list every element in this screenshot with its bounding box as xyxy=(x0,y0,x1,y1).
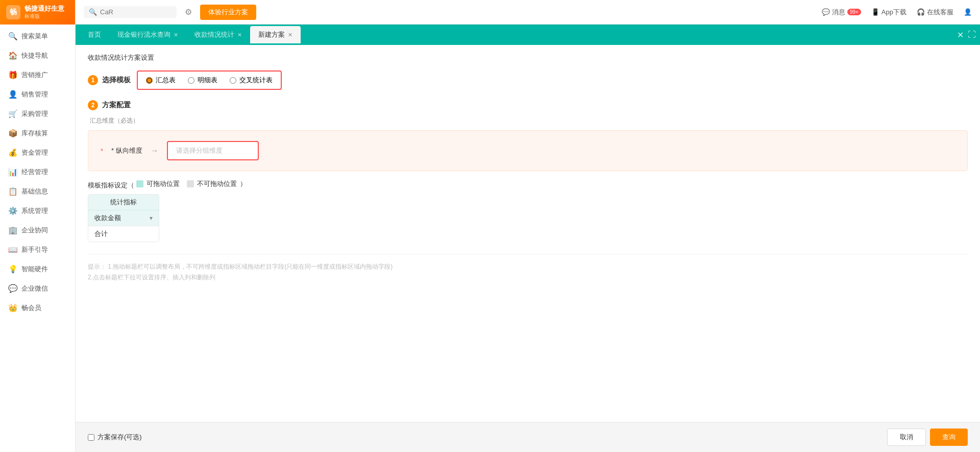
step2-number: 2 xyxy=(88,100,98,110)
template-cross-radio[interactable] xyxy=(230,77,236,84)
dimension-placeholder: 请选择分组维度 xyxy=(176,147,223,154)
dimension-row: * * 纵向维度 → 请选择分组维度 xyxy=(101,141,955,160)
corp-collab-icon: 🏢 xyxy=(8,226,17,235)
sidebar-item-corp-collab[interactable]: 🏢 企业协同 xyxy=(0,221,75,240)
template-detail-label: 明细表 xyxy=(198,76,217,85)
basic-info-label: 基础信息 xyxy=(21,187,48,196)
user-icon: 👤 xyxy=(964,8,972,16)
tip-1: 提示： 1.拖动标题栏可以调整布局，不可跨维度或指标区域拖动栏目字段(只能在同一… xyxy=(88,263,968,271)
user-avatar[interactable]: 👤 xyxy=(964,8,972,16)
settings-icon[interactable]: ⚙ xyxy=(185,7,192,17)
tab-bank-flow-label: 现金银行流水查询 xyxy=(117,30,170,39)
search-menu-icon: 🔍 xyxy=(8,32,17,41)
template-summary-radio[interactable] xyxy=(146,77,153,84)
step2-title: 方案配置 xyxy=(102,101,131,110)
sidebar-item-member[interactable]: 👑 畅会员 xyxy=(0,298,75,318)
expand-window-icon[interactable]: ⛶ xyxy=(968,30,976,40)
tab-payment-stats-label: 收款情况统计 xyxy=(194,30,234,39)
quick-nav-label: 快捷导航 xyxy=(21,51,48,60)
tab-home-label: 首页 xyxy=(88,30,101,39)
search-input[interactable] xyxy=(100,8,172,16)
marketing-label: 营销推广 xyxy=(21,70,48,80)
sidebar-item-inventory[interactable]: 📦 库存核算 xyxy=(0,124,75,143)
cancel-button[interactable]: 取消 xyxy=(887,429,926,446)
dimension-selector[interactable]: 请选择分组维度 xyxy=(167,141,259,160)
capital-icon: 💰 xyxy=(8,148,17,157)
tab-new-plan[interactable]: 新建方案 ✕ xyxy=(250,26,301,43)
tab-new-plan-label: 新建方案 xyxy=(258,30,285,39)
step2-header: 2 方案配置 xyxy=(88,100,968,110)
search-menu-label: 搜索菜单 xyxy=(21,32,48,41)
sidebar-item-purchase[interactable]: 🛒 采购管理 xyxy=(0,104,75,124)
corp-collab-label: 企业协同 xyxy=(21,226,48,235)
sidebar-item-smart-hardware[interactable]: 💡 智能硬件 xyxy=(0,259,75,279)
tab-home[interactable]: 首页 xyxy=(80,26,109,43)
topbar-right: 💬 消息 99+ 📱 App下载 🎧 在线客服 👤 xyxy=(822,8,972,17)
purchase-icon: 🛒 xyxy=(8,109,17,118)
sidebar-item-operation[interactable]: 📊 经营管理 xyxy=(0,162,75,182)
indicator-table-header: 统计指标 xyxy=(88,195,159,210)
inventory-icon: 📦 xyxy=(8,129,17,138)
newbie-label: 新手引导 xyxy=(21,245,48,254)
logo-badge: 标准版 xyxy=(24,13,64,20)
tab-payment-stats[interactable]: 收款情况统计 ✕ xyxy=(186,26,250,43)
step1-title: 选择模板 xyxy=(102,76,131,85)
save-plan-check-input[interactable] xyxy=(88,434,94,441)
template-detail-radio[interactable] xyxy=(188,77,194,84)
required-marker: * xyxy=(101,147,103,155)
sidebar-item-quick-nav[interactable]: 🏠 快捷导航 xyxy=(0,46,75,65)
tab-bank-flow-close[interactable]: ✕ xyxy=(174,32,178,38)
template-summary-label: 汇总表 xyxy=(156,76,176,85)
tab-bank-flow[interactable]: 现金银行流水查询 ✕ xyxy=(109,26,186,43)
template-cross[interactable]: 交叉统计表 xyxy=(230,76,273,85)
template-detail[interactable]: 明细表 xyxy=(188,76,217,85)
indicator-table: 统计指标 收款金额 ▾ 合计 xyxy=(88,194,159,242)
close-window-icon[interactable]: ✕ xyxy=(957,30,964,40)
smart-hardware-label: 智能硬件 xyxy=(21,265,48,274)
main-area: 🔍 ⚙ 体验行业方案 💬 消息 99+ 📱 App下载 🎧 在线客服 👤 xyxy=(76,0,980,452)
dimension-config: 汇总维度（必选） * * 纵向维度 → 请选择分组维度 xyxy=(88,116,968,171)
fixed-indicator xyxy=(187,180,194,187)
marketing-icon: 🎁 xyxy=(8,70,17,80)
sidebar-item-corp-wechat[interactable]: 💬 企业微信 xyxy=(0,279,75,298)
sidebar-logo: 畅 畅捷通好生意 标准版 xyxy=(0,0,75,25)
sidebar-item-search-menu[interactable]: 🔍 搜索菜单 xyxy=(0,27,75,46)
sidebar-item-marketing[interactable]: 🎁 营销推广 xyxy=(0,65,75,85)
online-support-button[interactable]: 🎧 在线客服 xyxy=(917,8,953,17)
save-plan-checkbox[interactable]: 方案保存(可选) xyxy=(88,433,142,442)
tabbar: 首页 现金银行流水查询 ✕ 收款情况统计 ✕ 新建方案 ✕ ✕ ⛶ xyxy=(76,25,980,45)
sidebar-item-sales[interactable]: 👤 销售管理 xyxy=(0,85,75,104)
smart-hardware-icon: 💡 xyxy=(8,265,17,274)
purchase-label: 采购管理 xyxy=(21,109,48,118)
tips-section: 提示： 1.拖动标题栏可以调整布局，不可跨维度或指标区域拖动栏目字段(只能在同一… xyxy=(88,254,968,282)
topbar-search-box[interactable]: 🔍 xyxy=(84,6,177,18)
page-title: 收款情况统计方案设置 xyxy=(88,53,968,62)
member-label: 畅会员 xyxy=(21,303,41,313)
app-download-button[interactable]: 📱 App下载 xyxy=(871,8,906,17)
indicator-amount-row[interactable]: 收款金额 ▾ xyxy=(88,210,159,226)
logo-name: 畅捷通好生意 xyxy=(24,5,64,13)
message-button[interactable]: 💬 消息 99+ xyxy=(822,8,861,17)
sidebar-item-basic-info[interactable]: 📋 基础信息 xyxy=(0,182,75,201)
sidebar-item-system[interactable]: ⚙️ 系统管理 xyxy=(0,201,75,221)
query-button[interactable]: 查询 xyxy=(930,429,968,446)
sidebar-item-capital[interactable]: 💰 资金管理 xyxy=(0,143,75,162)
indicator-dropdown-icon[interactable]: ▾ xyxy=(150,215,153,222)
indicator-subtotal: 合计 xyxy=(88,226,159,242)
sidebar-nav: 🔍 搜索菜单 🏠 快捷导航 🎁 营销推广 👤 销售管理 🛒 采购管理 📦 库存核… xyxy=(0,25,75,452)
support-icon: 🎧 xyxy=(917,8,925,16)
capital-label: 资金管理 xyxy=(21,148,48,157)
tab-payment-stats-close[interactable]: ✕ xyxy=(237,32,242,38)
basic-info-icon: 📋 xyxy=(8,187,17,196)
app-icon: 📱 xyxy=(871,8,879,16)
step1-number: 1 xyxy=(88,75,98,85)
system-icon: ⚙️ xyxy=(8,206,17,216)
footer-actions: 取消 查询 xyxy=(887,429,968,446)
trial-industry-button[interactable]: 体验行业方案 xyxy=(200,5,256,20)
tip-2: 2.点击标题栏下拉可设置排序、插入列和删除列 xyxy=(88,273,968,282)
sidebar-item-newbie[interactable]: 📖 新手引导 xyxy=(0,240,75,259)
message-badge: 99+ xyxy=(847,9,861,15)
tab-new-plan-close[interactable]: ✕ xyxy=(288,32,292,38)
logo-icon: 畅 xyxy=(6,5,20,19)
template-summary[interactable]: 汇总表 xyxy=(146,76,176,85)
